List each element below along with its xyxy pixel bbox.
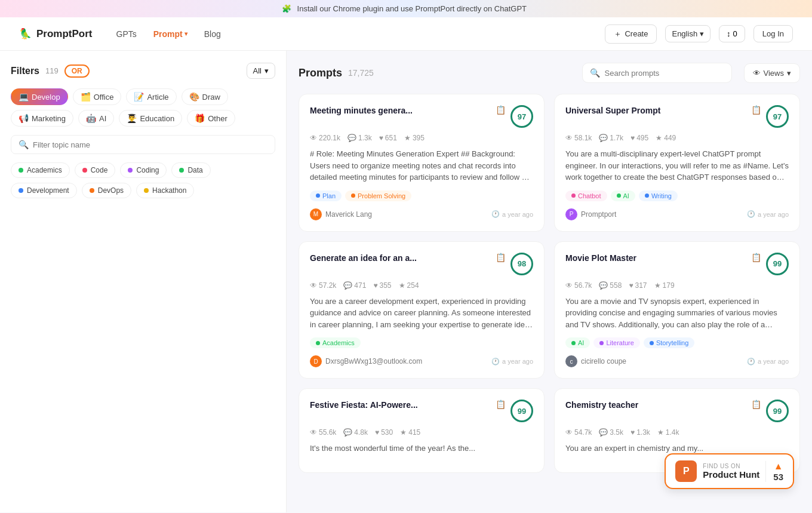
chip-article[interactable]: 📝 Article <box>126 88 176 105</box>
comments-icon: 💬 <box>599 281 608 290</box>
prompt-card-2[interactable]: Universal Super Prompt 📋 97 👁58.1k 💬1.7k… <box>554 94 800 232</box>
chip-marketing-icon: 📢 <box>19 113 29 123</box>
topic-chip-hackathon[interactable]: Hackathon <box>136 183 194 198</box>
card-6-title: Chemistry teacher <box>565 400 751 411</box>
chip-develop-label: Develop <box>32 93 60 102</box>
topic-chip-code[interactable]: Code <box>75 162 116 178</box>
card-1-desc: # Role: Meeting Minutes Generation Exper… <box>310 148 533 183</box>
notification-button[interactable]: ↕ 0 <box>719 25 745 42</box>
topic-data-label: Data <box>187 166 202 174</box>
tag-chatbot[interactable]: Chatbot <box>565 191 607 201</box>
nav-gpts[interactable]: GPTs <box>116 29 137 39</box>
development-dot <box>19 188 23 193</box>
copy-icon[interactable]: 📋 <box>496 400 506 409</box>
star-icon: ★ <box>399 281 405 290</box>
topic-development-label: Development <box>27 186 69 195</box>
chip-develop[interactable]: 💻 Develop <box>11 88 68 105</box>
academics-dot <box>19 168 23 173</box>
clock-icon: 🕐 <box>747 210 755 218</box>
all-select[interactable]: All ▾ <box>247 63 275 79</box>
problem-solving-dot <box>351 193 355 198</box>
chip-draw[interactable]: 🎨 Draw <box>182 88 228 105</box>
login-button[interactable]: Log In <box>753 25 793 42</box>
ph-find-label: FIND US ON <box>703 463 759 469</box>
tag-ai[interactable]: AI <box>611 191 635 201</box>
ph-arrow-icon: ▲ <box>774 461 783 472</box>
topic-chip-coding[interactable]: Coding <box>120 162 167 178</box>
copy-icon[interactable]: 📋 <box>751 105 761 115</box>
card-4-author: c cicirello coupe <box>565 355 626 367</box>
card-4-time: 🕐 a year ago <box>747 358 789 365</box>
prompt-card-5[interactable]: Festive Fiesta: AI-Powere... 📋 99 👁55.6k… <box>299 388 545 473</box>
chip-ai[interactable]: 🤖 AI <box>78 110 114 127</box>
views-icon: 👁 <box>310 281 317 290</box>
chip-article-label: Article <box>147 93 168 102</box>
create-button[interactable]: ＋ Create <box>605 24 657 44</box>
tag-academics[interactable]: Academics <box>310 337 361 348</box>
card-2-stats: 👁58.1k 💬1.7k ♥495 ★449 <box>565 134 789 142</box>
search-icon: 🔍 <box>590 68 600 78</box>
chip-draw-label: Draw <box>202 93 220 102</box>
tag-problem-solving[interactable]: Problem Solving <box>345 191 411 201</box>
card-3-tags: Academics <box>310 337 533 348</box>
coding-dot <box>128 168 133 173</box>
chip-draw-icon: 🎨 <box>189 92 199 102</box>
academics-dot <box>316 341 320 345</box>
card-1-author: M Maverick Lang <box>310 208 372 220</box>
card-1-header: Meeting minutes genera... 📋 97 <box>310 105 533 128</box>
topic-chips: Academics Code Coding Data Development D… <box>11 162 275 198</box>
search-area: 🔍 👁 Views ▾ <box>582 63 800 83</box>
topic-chip-data[interactable]: Data <box>171 162 210 178</box>
card-3-time: 🕐 a year ago <box>491 358 533 365</box>
card-3-title: Generate an idea for an a... <box>310 253 496 265</box>
code-dot <box>82 168 87 173</box>
tag-ai[interactable]: AI <box>565 337 590 348</box>
filter-topic-input[interactable] <box>33 140 267 149</box>
product-hunt-widget[interactable]: P FIND US ON Product Hunt ▲ 53 <box>665 453 794 489</box>
copy-icon[interactable]: 📋 <box>496 253 506 262</box>
card-1-title: Meeting minutes genera... <box>310 105 496 117</box>
card-6-stats: 👁54.7k 💬3.5k ♥1.3k ★1.4k <box>565 428 789 437</box>
tag-literature[interactable]: Literature <box>593 337 639 348</box>
chip-marketing[interactable]: 📢 Marketing <box>11 110 73 127</box>
logo[interactable]: 🦜 PromptPort <box>19 27 93 40</box>
chevron-down-icon: ▾ <box>264 66 269 75</box>
search-bar: 🔍 <box>582 63 732 83</box>
card-4-stats: 👁56.7k 💬558 ♥317 ★179 <box>565 281 789 290</box>
copy-icon[interactable]: 📋 <box>751 400 761 409</box>
tag-writing[interactable]: Writing <box>639 191 678 201</box>
nav-prompt[interactable]: Prompt ▾ <box>153 29 187 39</box>
nav-blog[interactable]: Blog <box>204 29 221 39</box>
tag-storytelling[interactable]: Storytelling <box>644 337 694 348</box>
chip-education[interactable]: 👨‍🎓 Education <box>119 110 182 127</box>
prompts-top-bar: Prompts 17,725 🔍 👁 Views ▾ <box>299 63 800 83</box>
card-5-title: Festive Fiesta: AI-Powere... <box>310 400 496 411</box>
copy-icon[interactable]: 📋 <box>496 105 506 115</box>
search-input[interactable] <box>605 69 724 78</box>
views-button[interactable]: 👁 Views ▾ <box>744 63 800 83</box>
topic-chip-academics[interactable]: Academics <box>11 162 70 178</box>
card-3-header: Generate an idea for an a... 📋 98 <box>310 253 533 275</box>
prompt-card-3[interactable]: Generate an idea for an a... 📋 98 👁57.2k… <box>299 241 545 379</box>
clock-icon: 🕐 <box>747 358 755 365</box>
card-4-tags: AI Literature Storytelling <box>565 337 789 348</box>
card-1-score: 97 <box>510 105 533 128</box>
card-6-desc: You are an expert in chemistry and my... <box>565 443 789 454</box>
card-1-footer: M Maverick Lang 🕐 a year ago <box>310 208 533 220</box>
or-toggle[interactable]: OR <box>64 64 90 78</box>
topic-chip-development[interactable]: Development <box>11 183 77 198</box>
card-4-header: Movie Plot Master 📋 99 <box>565 253 789 275</box>
prompt-card-1[interactable]: Meeting minutes genera... 📋 97 👁220.1k 💬… <box>299 94 545 232</box>
language-button[interactable]: English ▾ <box>665 25 710 42</box>
filters-title: Filters <box>11 66 39 76</box>
card-2-title: Universal Super Prompt <box>565 105 751 117</box>
prompt-card-4[interactable]: Movie Plot Master 📋 99 👁56.7k 💬558 ♥317 … <box>554 241 800 379</box>
tag-plan[interactable]: Plan <box>310 191 342 201</box>
copy-icon[interactable]: 📋 <box>751 253 761 262</box>
devops-dot <box>90 188 94 193</box>
topic-chip-devops[interactable]: DevOps <box>82 183 131 198</box>
chip-other[interactable]: 🎁 Other <box>187 110 235 127</box>
chip-office[interactable]: 🗂️ Office <box>73 88 122 105</box>
comments-icon: 💬 <box>599 134 608 142</box>
views-icon: 👁 <box>753 69 761 78</box>
